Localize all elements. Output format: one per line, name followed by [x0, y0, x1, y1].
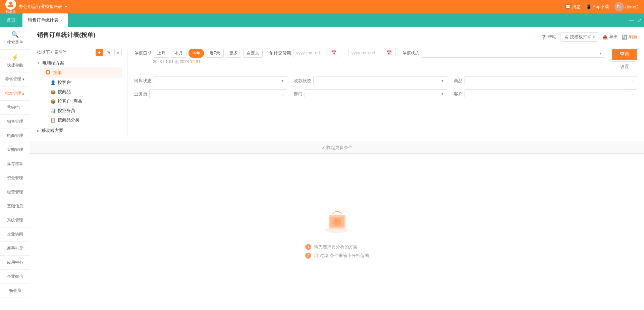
sidebar-label-member: 畅会员: [9, 288, 21, 294]
sidebar-item-guide[interactable]: 新手引导: [0, 242, 30, 256]
scheme-group-desktop-header[interactable]: ▼ 电脑端方案: [37, 59, 122, 67]
collection-status-chevron: [441, 78, 443, 83]
customer-dots-icon[interactable]: ···: [631, 91, 634, 96]
department-select[interactable]: [305, 89, 447, 98]
wholesale-arrow-icon: ▲: [22, 92, 25, 95]
scheme-item-by-goods[interactable]: 📦 按商品: [42, 87, 122, 97]
empty-state: ? 1 请先选择要分析的方案 2 用[过滤]条件来缩小分析范围: [30, 154, 644, 310]
salesperson-scheme-icon: 📊: [50, 108, 56, 113]
sidebar-item-quick-nav[interactable]: ⚡ 快捷导航: [0, 50, 30, 72]
tab-sales-order[interactable]: 销售订单统计表 ×: [22, 13, 68, 27]
user-menu[interactable]: Ea demo2: [614, 2, 639, 11]
scheme-edit-button[interactable]: ✎: [105, 49, 112, 56]
salesperson-select[interactable]: ···: [149, 89, 287, 98]
calendar-from-icon[interactable]: 📅: [331, 50, 336, 55]
sidebar-item-search[interactable]: 🔍 搜索菜单: [0, 27, 30, 50]
expected-date-to[interactable]: 📅: [348, 49, 395, 57]
expected-date-to-input[interactable]: [352, 50, 385, 55]
expected-date-label: 预计交货期: [269, 50, 291, 56]
date-more-btn[interactable]: 更多: [226, 49, 241, 58]
sidebar: 🔍 搜索菜单 ⚡ 快捷导航 零售管理 ▼ 批发管理 ▲ 营销推广 销售管理: [0, 27, 30, 310]
scheme-item-by-order[interactable]: 按单: [42, 67, 122, 78]
tab-close-button[interactable]: ×: [60, 18, 62, 22]
date-label: 单据日期: [134, 50, 152, 56]
sidebar-item-finance[interactable]: 资金管理: [0, 171, 30, 185]
scheme-title: 按以下方案查询: [37, 49, 67, 55]
date-last-month-btn[interactable]: 上月: [154, 49, 169, 58]
sidebar-item-wholesale[interactable]: 批发管理 ▲: [0, 87, 30, 101]
scheme-item-by-customer-goods[interactable]: 📦 按客户+商品: [42, 97, 122, 106]
scheme-item-by-customer[interactable]: 👤 按客户: [42, 78, 122, 87]
download-icon: 📱: [586, 4, 591, 9]
hint-text-1: 请先选择要分析的方案: [314, 244, 358, 250]
sidebar-item-system[interactable]: 系统管理: [0, 213, 30, 227]
sidebar-item-ecommerce[interactable]: 电商管理: [0, 129, 30, 143]
sidebar-item-retail[interactable]: 零售管理 ▼: [0, 72, 30, 87]
help-button[interactable]: ❓ 帮助: [541, 34, 556, 40]
goods-dots-icon[interactable]: ···: [631, 78, 634, 83]
tab-home-label: 首页: [7, 17, 15, 23]
sidebar-label-purchase: 采购管理: [7, 147, 23, 153]
collapse-label: 收起更多条件: [326, 145, 353, 151]
app-title: 办公用品行业模拟账表: [19, 4, 62, 10]
sidebar-item-inventory[interactable]: 库存核算: [0, 157, 30, 171]
collection-status-select[interactable]: [313, 76, 447, 85]
print-arrow-icon: ▾: [593, 35, 595, 39]
doc-status-select[interactable]: [422, 49, 605, 58]
expected-date-from-input[interactable]: [296, 50, 330, 55]
empty-hint-2: 2 用[过滤]条件来缩小分析范围: [305, 253, 369, 259]
ship-status-chevron: [281, 78, 283, 83]
salesperson-dots-icon[interactable]: ···: [280, 91, 284, 96]
date-this-month-btn[interactable]: 本月: [171, 49, 186, 58]
date-this-year-btn[interactable]: 本年: [189, 49, 204, 58]
scheme-add-button[interactable]: +: [96, 49, 103, 56]
sidebar-item-member[interactable]: 畅会员: [0, 284, 30, 298]
tab-home[interactable]: 首页: [0, 13, 22, 27]
app-dropdown-arrow[interactable]: ▾: [65, 4, 67, 9]
scheme-group-mobile-header[interactable]: ▶ 移动端方案: [37, 126, 122, 135]
sidebar-item-enterprise[interactable]: 企业协同: [0, 227, 30, 242]
sidebar-label-inventory: 库存核算: [7, 161, 23, 167]
refresh-button[interactable]: 🔄 刷新: [622, 34, 637, 40]
print-icon: 🖨: [564, 35, 569, 40]
filter-scheme-area: 按以下方案查询 + ✎ «: [37, 49, 637, 136]
print-button[interactable]: 🖨 按模板打印 ▾: [560, 32, 598, 42]
filter-right: 单据日期 上月 本月 本年 近7天 更多 自定义 2023-01-01 至 20…: [127, 49, 637, 98]
sidebar-item-purchase[interactable]: 采购管理: [0, 143, 30, 157]
sidebar-item-marketing[interactable]: 营销推广: [0, 101, 30, 115]
filter-scheme-header: 按以下方案查询 + ✎ «: [37, 49, 122, 56]
scheme-item-label: 按商品分类: [58, 117, 79, 123]
export-button[interactable]: 📤 导出: [602, 34, 618, 40]
sidebar-item-operations[interactable]: 经营管理: [0, 185, 30, 199]
tab-minimize-button[interactable]: —: [629, 17, 634, 23]
scheme-item-label: 按业务员: [58, 108, 75, 114]
expected-date-from[interactable]: 📅: [293, 49, 340, 57]
calendar-to-icon[interactable]: 📅: [386, 50, 392, 55]
logo-area: 标准版: [5, 0, 16, 14]
app-title-area: 办公用品行业模拟账表: [19, 4, 62, 10]
customer-select[interactable]: ···: [465, 89, 638, 98]
ship-status-select[interactable]: [154, 76, 287, 85]
message-button[interactable]: 💬 消息: [565, 4, 581, 10]
customer-label: 客户: [454, 91, 463, 97]
collapse-button[interactable]: ∧ 收起更多条件: [322, 145, 353, 151]
sidebar-item-sales[interactable]: 销售管理: [0, 115, 30, 129]
scheme-collapse-button[interactable]: «: [114, 49, 122, 56]
scheme-group-mobile-label: 移动端方案: [42, 127, 63, 134]
date-7days-btn[interactable]: 近7天: [206, 49, 224, 58]
settings-button[interactable]: 设置: [612, 61, 637, 72]
sidebar-item-wechat[interactable]: 企业微信: [0, 270, 30, 284]
query-button[interactable]: 查询: [612, 49, 637, 60]
scheme-item-by-category[interactable]: 📋 按商品分类: [42, 115, 122, 125]
main-content: 🔍 搜索菜单 ⚡ 快捷导航 零售管理 ▼ 批发管理 ▲ 营销推广 销售管理: [0, 27, 644, 310]
scheme-item-by-salesperson[interactable]: 📊 按业务员: [42, 106, 122, 115]
tab-maximize-button[interactable]: ⤢: [637, 17, 641, 23]
sidebar-item-basic-info[interactable]: 基础信息: [0, 199, 30, 213]
date-custom-btn[interactable]: 自定义: [243, 49, 263, 58]
filter-panel: 按以下方案查询 + ✎ «: [30, 43, 644, 142]
goods-select[interactable]: ···: [465, 76, 638, 85]
tab-sales-order-label: 销售订单统计表: [28, 17, 58, 23]
scheme-list: ▼ 电脑端方案 按单: [37, 59, 122, 135]
app-download-button[interactable]: 📱 App下载: [586, 4, 609, 10]
sidebar-item-app-center[interactable]: 应用中心: [0, 256, 30, 270]
